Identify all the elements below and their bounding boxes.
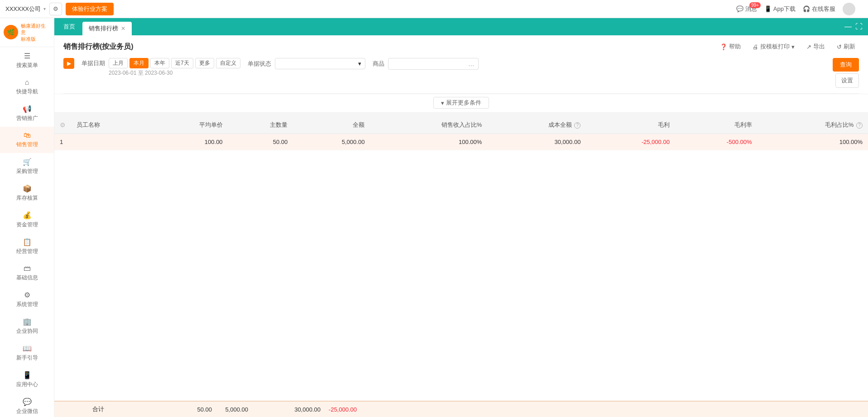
date-btn-more[interactable]: 更多 [195, 58, 214, 68]
gear-icon: ⚙ [24, 291, 30, 299]
date-btn-this-month[interactable]: 本月 [129, 58, 149, 68]
table-footer: 合计 50.00 5,000.00 30,000.00 -25,000.00 [54, 401, 868, 417]
date-filter-group: 单据日期 上月 本月 本年 近7天 更多 自定义 [82, 58, 240, 77]
sidebar: 🌿 畅康通好生意 标准版 ☰ 搜索菜单 ⌂ 快捷导航 📢 营销推广 🛍 销售管理… [0, 18, 54, 417]
page-title: 销售排行榜(按业务员) [63, 42, 134, 52]
footer-amount: 5,000.00 [219, 406, 255, 413]
chevron-down-icon: ▾ [43, 6, 46, 11]
status-select[interactable]: ▾ [275, 58, 365, 69]
status-select-arrow: ▾ [358, 60, 361, 67]
tab-bar-right: — ⛶ [844, 23, 866, 31]
export-button[interactable]: ↗ 导出 [803, 41, 829, 53]
sidebar-item-sales[interactable]: 🛍 销售管理 [0, 127, 54, 153]
tab-home[interactable]: 首页 [56, 18, 82, 35]
sidebar-item-wechat[interactable]: 💬 企业微信 [0, 393, 54, 417]
col-qty: 主数量 [228, 116, 293, 134]
page-actions: ❓ 帮助 🖨 按模板打印 ▾ ↗ 导出 ↺ [716, 41, 859, 53]
date-btn-custom[interactable]: 自定义 [216, 58, 240, 68]
date-btn-this-year[interactable]: 本年 [150, 58, 169, 68]
refresh-icon: ↺ [837, 43, 842, 50]
sidebar-item-basic-info[interactable]: 🗃 基础信息 [0, 260, 54, 286]
grosspct-info-icon[interactable]: ? [856, 122, 863, 129]
top-bar: XXXXXX公司 ▾ ⚙ 体验行业方案 💬 消息 99+ 📱 App下载 🎧 在… [0, 0, 868, 18]
cell-gross-pct: 100.00% [758, 134, 868, 150]
avatar[interactable] [843, 3, 855, 15]
wechat-icon: 💬 [23, 398, 32, 406]
tab-sales-rank[interactable]: 销售排行榜 ✕ [82, 22, 132, 35]
date-btn-7days[interactable]: 近7天 [171, 58, 193, 68]
sidebar-item-guide[interactable]: 📖 新手引导 [0, 340, 54, 366]
print-chevron-icon: ▾ [791, 43, 795, 50]
table-area: ⚙ 员工名称 平均单价 主数量 [54, 116, 868, 401]
sidebar-item-inventory[interactable]: 📦 库存核算 [0, 180, 54, 206]
date-btn-group: 上月 本月 本年 近7天 更多 自定义 [109, 58, 240, 68]
company-name: XXXXXX公司 [5, 5, 41, 13]
content-area: 首页 销售排行榜 ✕ — ⛶ 销售排行榜(按业务员) ❓ 帮助 [54, 18, 868, 417]
page-settings-button[interactable]: 设置 [835, 73, 859, 88]
expand-more-row: ▾ 展开更多条件 [54, 94, 868, 113]
footer-qty: 50.00 [183, 406, 219, 413]
megaphone-icon: 📢 [23, 105, 32, 113]
col-sales-pct: 销售收入占比% [370, 116, 487, 134]
cell-gross-rate: -500.00% [675, 134, 758, 150]
expand-icon: ▾ [441, 100, 444, 106]
company-selector[interactable]: XXXXXX公司 ▾ [5, 5, 46, 13]
sidebar-item-marketing[interactable]: 📢 营销推广 [0, 100, 54, 127]
mobile-icon: 📱 [764, 5, 772, 12]
online-support-button[interactable]: 🎧 在线客服 [803, 5, 835, 13]
date-btn-prev-month[interactable]: 上月 [109, 58, 128, 68]
clipboard-icon: 📋 [23, 238, 32, 246]
sidebar-item-operation[interactable]: 📋 经营管理 [0, 233, 54, 260]
status-filter-group: 单据状态 ▾ [248, 58, 365, 69]
help-icon: ❓ [720, 43, 727, 50]
print-button[interactable]: 🖨 按模板打印 ▾ [749, 41, 798, 53]
col-name: 员工名称 [71, 116, 149, 134]
filter-toggle-button[interactable]: ▶ [63, 58, 74, 69]
headset-icon: 🎧 [803, 5, 810, 12]
trial-button[interactable]: 体验行业方案 [66, 3, 114, 15]
message-icon: 💬 [736, 5, 743, 12]
help-button[interactable]: ❓ 帮助 [716, 41, 744, 53]
cost-info-icon[interactable]: ? [574, 122, 580, 129]
col-avg-price: 平均单价 [149, 116, 228, 134]
sidebar-item-app-center[interactable]: 📱 应用中心 [0, 366, 54, 393]
sidebar-item-quick-nav[interactable]: ⌂ 快捷导航 [0, 74, 54, 100]
building-icon: 🏢 [23, 317, 32, 326]
col-gross-pct: 毛利占比% ? [758, 116, 868, 134]
col-gross-rate: 毛利率 [675, 116, 758, 134]
app-download-button[interactable]: 📱 App下载 [764, 5, 796, 13]
refresh-button[interactable]: ↺ 刷新 [833, 41, 859, 53]
footer-label: 合计 [92, 405, 147, 413]
message-button[interactable]: 💬 消息 99+ [736, 5, 757, 13]
footer-sales-pct [255, 406, 292, 413]
filter-bar: ▶ 单据日期 上月 本月 本年 近7天 更多 [63, 58, 859, 94]
top-right-area: 💬 消息 99+ 📱 App下载 🎧 在线客服 [736, 3, 863, 15]
message-badge: 99+ [749, 2, 761, 8]
tab-maximize-button[interactable]: ⛶ [855, 23, 863, 31]
logo-text: 畅康通好生意 标准版 [21, 23, 50, 42]
sidebar-item-enterprise[interactable]: 🏢 企业协同 [0, 313, 54, 340]
tab-close-icon[interactable]: ✕ [121, 25, 125, 32]
goods-more-icon[interactable]: … [468, 60, 475, 67]
cell-amount: 5,000.00 [293, 134, 370, 150]
sidebar-item-purchase[interactable]: 🛒 采购管理 [0, 153, 54, 180]
settings-button[interactable]: ⚙ [49, 3, 62, 15]
expand-more-button[interactable]: ▾ 展开更多条件 [433, 97, 489, 109]
column-settings-icon[interactable]: ⚙ [60, 121, 66, 129]
money-icon: 💰 [23, 211, 32, 220]
tab-minimize-button[interactable]: — [844, 23, 852, 31]
book-icon: 📖 [23, 344, 32, 353]
home-icon: ⌂ [25, 78, 29, 86]
sidebar-item-system[interactable]: ⚙ 系统管理 [0, 286, 54, 313]
sidebar-item-search-order[interactable]: ☰ 搜索菜单 [0, 47, 54, 74]
footer-avg-price [147, 406, 183, 413]
app-icon: 📱 [23, 371, 32, 379]
footer-cost: 30,000.00 [292, 406, 328, 413]
sidebar-item-finance[interactable]: 💰 资金管理 [0, 206, 54, 233]
cell-sales-pct: 100.00% [370, 134, 487, 150]
query-button[interactable]: 查询 [833, 58, 859, 72]
sidebar-logo: 🌿 畅康通好生意 标准版 [0, 18, 54, 47]
cell-rank: 1 [54, 134, 71, 150]
goods-input[interactable]: … [388, 58, 479, 70]
goods-filter-group: 商品 … [373, 58, 479, 70]
